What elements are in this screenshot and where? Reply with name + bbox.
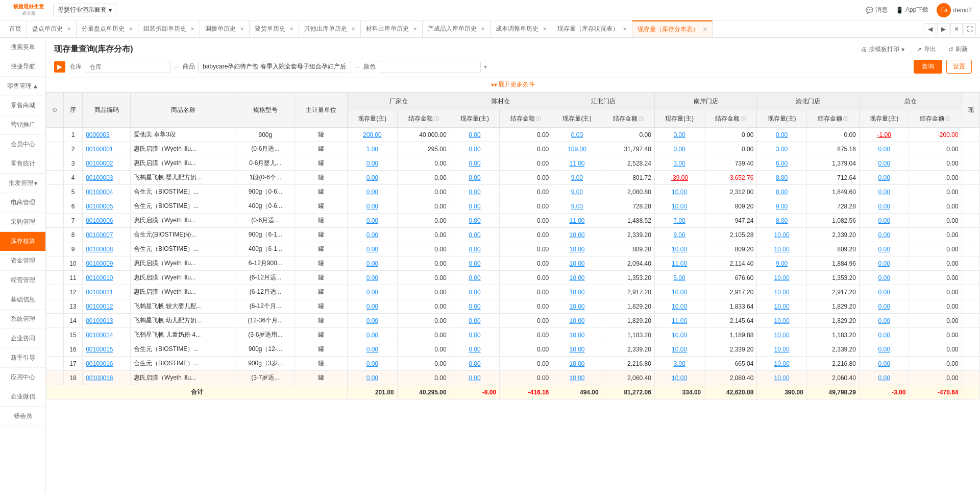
sidebar-item-wholesale[interactable]: 批发管理▾ bbox=[0, 174, 45, 193]
sidebar-item-system[interactable]: 系统管理 bbox=[0, 310, 45, 329]
refresh-button[interactable]: ↺ 刷新 bbox=[944, 43, 972, 56]
table-cell[interactable]: 900g（3岁... bbox=[236, 357, 295, 371]
sidebar-item-wecom[interactable]: 企业微信 bbox=[0, 387, 45, 407]
warehouse-dots[interactable]: ··· bbox=[174, 63, 179, 71]
nanan-amt-info-icon[interactable]: ⓘ bbox=[741, 116, 746, 122]
tab-stockQtyStatus-close[interactable]: ✕ bbox=[623, 26, 627, 32]
table-cell[interactable]: 00100009 bbox=[83, 256, 131, 271]
tab-costAdj-close[interactable]: ✕ bbox=[543, 26, 547, 32]
chenjiang-amt-info-icon[interactable]: ⓘ bbox=[536, 116, 541, 122]
user-area[interactable]: Ea demo2 bbox=[937, 3, 972, 17]
table-cell[interactable]: 900g（0-6... bbox=[236, 185, 295, 199]
tab-next-button[interactable]: ▶ bbox=[937, 23, 949, 35]
table-cell[interactable]: 00100002 bbox=[83, 156, 131, 171]
table-cell[interactable]: 00100006 bbox=[83, 214, 131, 228]
message-button[interactable]: 💬 消息 bbox=[866, 6, 888, 14]
sidebar-item-nav[interactable]: 快捷导航 bbox=[0, 57, 45, 77]
table-cell[interactable]: 1段(0-6个... bbox=[236, 171, 295, 185]
expand-conditions-button[interactable]: ▾▾ 展开更多条件 bbox=[491, 80, 535, 89]
table-cell[interactable]: (0-6月适... bbox=[236, 142, 295, 156]
table-cell[interactable]: (6-12月适... bbox=[236, 271, 295, 285]
table-cell[interactable]: (3-6岁适用... bbox=[236, 328, 295, 342]
sidebar-item-finance[interactable]: 资金管理 bbox=[0, 251, 45, 271]
print-button[interactable]: 🖨 按模板打印 ▾ bbox=[856, 43, 909, 56]
table-cell[interactable]: (12-36个月... bbox=[236, 314, 295, 328]
tab-transfer-close[interactable]: ✕ bbox=[240, 26, 244, 32]
sidebar-item-retail[interactable]: 零售管理▲ bbox=[0, 77, 45, 96]
table-cell[interactable]: 900g bbox=[236, 128, 295, 142]
sidebar-item-enterprise[interactable]: 企业协同 bbox=[0, 329, 45, 348]
table-cell[interactable]: 00100018 bbox=[83, 371, 131, 385]
tab-stockQtyDist[interactable]: 现存量（库存分布表） ✕ bbox=[632, 20, 713, 38]
tab-stockList[interactable]: 盘点单历史 ✕ bbox=[27, 20, 77, 38]
table-cell[interactable]: 00100011 bbox=[83, 285, 131, 299]
tab-purchase-close[interactable]: ✕ bbox=[289, 26, 293, 32]
sidebar-item-basicInfo[interactable]: 基础信息 bbox=[0, 290, 45, 310]
tab-stockQtyStatus[interactable]: 现存量（库存状况表） ✕ bbox=[552, 20, 632, 38]
table-cell[interactable]: 0000003 bbox=[83, 128, 131, 142]
sidebar-item-retailStore[interactable]: 零售商城 bbox=[0, 96, 45, 115]
account-dropdown[interactable]: 母婴行业演示账套 ▾ bbox=[53, 4, 116, 16]
table-cell[interactable]: 00100008 bbox=[83, 242, 131, 256]
jiangbei-amt-info-icon[interactable]: ⓘ bbox=[639, 116, 644, 122]
table-cell[interactable]: (0-6月适... bbox=[236, 214, 295, 228]
table-cell[interactable]: 00100016 bbox=[83, 357, 131, 371]
table-cell[interactable]: 900g（12-... bbox=[236, 342, 295, 357]
color-dropdown-icon[interactable]: ▾ bbox=[484, 63, 487, 71]
table-cell[interactable]: 00100007 bbox=[83, 228, 131, 242]
sidebar-item-member2[interactable]: 畅会员 bbox=[0, 407, 45, 426]
app-download-button[interactable]: 📱 App下载 bbox=[896, 6, 928, 14]
table-container[interactable]: ⚙ 序 商品编码 商品名称 规格型号 主计量单位 厂家仓 陈村仓 江北门店 南岸… bbox=[46, 92, 980, 493]
tab-otherOut-close[interactable]: ✕ bbox=[351, 26, 355, 32]
table-cell[interactable]: 00100001 bbox=[83, 142, 131, 156]
table-cell[interactable]: 00100012 bbox=[83, 299, 131, 314]
sidebar-item-ecommerce[interactable]: 电商管理 bbox=[0, 193, 45, 213]
collapse-arrow-button[interactable]: ▶ bbox=[54, 61, 65, 73]
sidebar-item-purchaseMgmt[interactable]: 采购管理 bbox=[0, 213, 45, 232]
tab-stockListSub-close[interactable]: ✕ bbox=[129, 26, 133, 32]
table-cell[interactable]: (3-7岁适... bbox=[236, 371, 295, 385]
tab-productIn[interactable]: 产成品入库单历史 ✕ bbox=[423, 20, 491, 38]
warehouse-input[interactable] bbox=[85, 61, 170, 73]
th-settings[interactable]: ⚙ bbox=[46, 93, 64, 128]
tab-materialOut-close[interactable]: ✕ bbox=[413, 26, 417, 32]
table-cell[interactable]: 400g（0-6... bbox=[236, 199, 295, 214]
goods-dots[interactable]: ··· bbox=[354, 63, 359, 71]
sidebar-item-search[interactable]: 搜索英单 bbox=[0, 38, 45, 57]
setting-button[interactable]: 设置 bbox=[946, 60, 972, 74]
sidebar-item-inventory[interactable]: 库存核算 bbox=[0, 232, 45, 251]
table-cell[interactable]: (6-12月适... bbox=[236, 285, 295, 299]
sidebar-item-retailStats[interactable]: 零售统计 bbox=[0, 154, 45, 174]
tab-purchase[interactable]: 要货单历史 ✕ bbox=[250, 20, 299, 38]
table-cell[interactable]: (6-12个月... bbox=[236, 299, 295, 314]
export-button[interactable]: ↗ 导出 bbox=[913, 43, 940, 56]
tab-productIn-close[interactable]: ✕ bbox=[481, 26, 485, 32]
goods-input[interactable] bbox=[198, 61, 351, 73]
sidebar-item-member[interactable]: 会员中心 bbox=[0, 135, 45, 154]
tab-prev-button[interactable]: ◀ bbox=[924, 23, 936, 35]
total-amt-info-icon[interactable]: ⓘ bbox=[945, 116, 950, 122]
tab-otherOut[interactable]: 其他出库单历史 ✕ bbox=[299, 20, 361, 38]
tab-assembleDisassemble-close[interactable]: ✕ bbox=[190, 26, 194, 32]
tab-stockQtyDist-close[interactable]: ✕ bbox=[703, 27, 707, 32]
sidebar-item-operations[interactable]: 经营管理 bbox=[0, 271, 45, 290]
factory-amt-info-icon[interactable]: ⓘ bbox=[434, 116, 439, 122]
tab-stockListSub[interactable]: 分量盘点单历史 ✕ bbox=[77, 20, 138, 38]
sidebar-item-guide[interactable]: 新手引导 bbox=[0, 348, 45, 368]
table-cell[interactable]: 400g（6-1... bbox=[236, 242, 295, 256]
table-cell[interactable]: 00100013 bbox=[83, 314, 131, 328]
sidebar-item-marketing[interactable]: 营销推广 bbox=[0, 115, 45, 135]
tab-materialOut[interactable]: 材料出库单历史 ✕ bbox=[361, 20, 423, 38]
tab-transfer[interactable]: 调拨单历史 ✕ bbox=[200, 20, 250, 38]
table-cell[interactable]: 00100003 bbox=[83, 171, 131, 185]
tab-expand-button[interactable]: ⛶ bbox=[964, 23, 976, 35]
tab-costAdj[interactable]: 成本调整单历史 ✕ bbox=[491, 20, 552, 38]
settings-icon[interactable]: ⚙ bbox=[52, 107, 58, 114]
tab-close-all-button[interactable]: ✕ bbox=[950, 23, 963, 35]
table-cell[interactable]: 0-6月婴儿... bbox=[236, 156, 295, 171]
tab-home[interactable]: 首页 bbox=[4, 20, 27, 38]
tab-assembleDisassemble[interactable]: 组装拆卸单历史 ✕ bbox=[138, 20, 200, 38]
table-cell[interactable]: 00100015 bbox=[83, 342, 131, 357]
table-cell[interactable]: 00100005 bbox=[83, 199, 131, 214]
table-cell[interactable]: 00100014 bbox=[83, 328, 131, 342]
